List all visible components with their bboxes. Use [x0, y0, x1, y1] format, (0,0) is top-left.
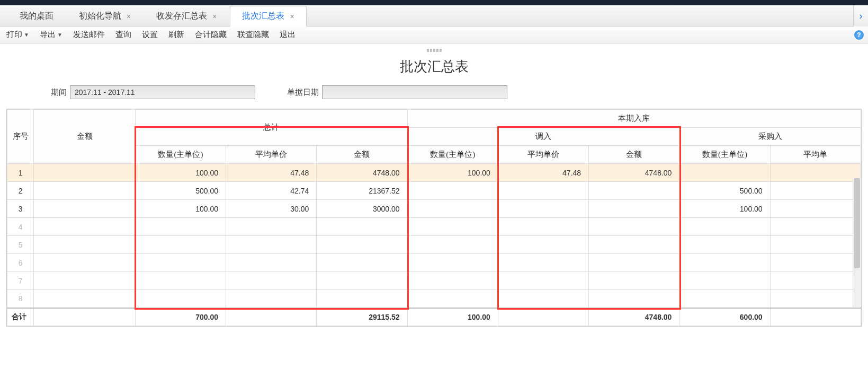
cell-pur-price [770, 218, 861, 236]
footer-total-amt: 29115.52 [317, 308, 407, 326]
vertical-scrollbar[interactable] [853, 178, 861, 307]
cell-in-qty [407, 236, 498, 254]
cell-total-amt: 21367.52 [317, 182, 407, 200]
cell-seq: 3 [7, 200, 34, 218]
tab-batch-summary[interactable]: 批次汇总表 × [230, 6, 306, 27]
cell-in-qty [407, 290, 498, 308]
table-row[interactable]: 4 [7, 218, 861, 236]
cell-pur-qty [679, 254, 770, 272]
cell-seq: 2 [7, 182, 34, 200]
cell-pur-qty [679, 218, 770, 236]
cell-total-qty [135, 254, 226, 272]
exit-button[interactable]: 退出 [280, 30, 296, 40]
cell-pur-price [770, 200, 861, 218]
doc-date-input[interactable] [322, 85, 507, 99]
page-title: 批次汇总表 [0, 52, 868, 85]
cell-total-amt [317, 218, 407, 236]
chevron-down-icon: ▼ [57, 32, 62, 38]
cell-seq: 1 [7, 164, 34, 182]
cell-in-price [498, 236, 588, 254]
cell-total-price [226, 218, 317, 236]
th-qty[interactable]: 数量(主单位) [679, 146, 770, 164]
table-row[interactable]: 5 [7, 236, 861, 254]
cell-pur-price [770, 182, 861, 200]
th-amount0[interactable]: 金额 [34, 110, 135, 164]
doc-date-filter: 单据日期 [287, 85, 507, 99]
cell-amt0 [34, 236, 135, 254]
cell-seq: 4 [7, 218, 34, 236]
period-input[interactable]: 2017.11 - 2017.11 [70, 85, 255, 99]
period-label: 期间 [51, 87, 67, 98]
table-row[interactable]: 3100.0030.003000.00100.00 [7, 200, 861, 218]
cell-pur-price [770, 254, 861, 272]
table-row[interactable]: 2500.0042.7421367.52500.00 [7, 182, 861, 200]
tab-label: 我的桌面 [20, 11, 53, 22]
cell-total-qty: 500.00 [135, 182, 226, 200]
th-price[interactable]: 平均单价 [226, 146, 317, 164]
table-row[interactable]: 6 [7, 254, 861, 272]
query-button[interactable]: 查询 [115, 30, 131, 40]
th-group-purchase-in[interactable]: 采购入 [679, 128, 861, 146]
cell-in-price: 47.48 [498, 164, 588, 182]
cell-in-qty [407, 254, 498, 272]
period-value: 2017.11 - 2017.11 [75, 88, 135, 96]
export-button[interactable]: 导出 ▼ [40, 30, 62, 40]
cell-total-price: 47.48 [226, 164, 317, 182]
th-group-total[interactable]: 总计 [135, 110, 407, 146]
data-table-wrap: 序号 金额 总计 本期入库 调入 采购入 数量(主单位) 平均单价 金额 数量(… [6, 109, 862, 327]
th-price-partial[interactable]: 平均单 [770, 146, 861, 164]
toolbar: 打印 ▼ 导出 ▼ 发送邮件 查询 设置 刷新 合计隐藏 联查隐藏 退出 ? [0, 27, 868, 43]
tab-init-nav[interactable]: 初始化导航 × [67, 6, 143, 26]
cell-pur-qty [679, 236, 770, 254]
cell-pur-qty [679, 290, 770, 308]
cell-in-amt: 4748.00 [589, 164, 679, 182]
tab-inout-summary[interactable]: 收发存汇总表 × [144, 6, 229, 26]
th-qty[interactable]: 数量(主单位) [407, 146, 498, 164]
settings-button[interactable]: 设置 [142, 30, 158, 40]
th-amt[interactable]: 金额 [589, 146, 679, 164]
cell-seq: 7 [7, 272, 34, 290]
cell-in-price [498, 290, 588, 308]
cell-amt0 [34, 272, 135, 290]
cell-pur-qty: 500.00 [679, 182, 770, 200]
th-amt[interactable]: 金额 [317, 146, 407, 164]
cell-total-price: 30.00 [226, 200, 317, 218]
tab-label: 收发存汇总表 [156, 11, 207, 22]
cell-pur-price [770, 272, 861, 290]
cell-in-amt [589, 200, 679, 218]
print-button[interactable]: 打印 ▼ [6, 30, 29, 40]
cell-total-price: 42.74 [226, 182, 317, 200]
period-filter: 期间 2017.11 - 2017.11 [51, 85, 255, 99]
table-row[interactable]: 7 [7, 272, 861, 290]
tab-overflow-arrow[interactable]: › [853, 5, 868, 27]
hide-link-button[interactable]: 联查隐藏 [237, 30, 269, 40]
cell-total-amt [317, 272, 407, 290]
footer-pur-qty: 600.00 [679, 308, 770, 326]
th-seq[interactable]: 序号 [7, 110, 34, 164]
cell-total-price [226, 290, 317, 308]
tab-desktop[interactable]: 我的桌面 [7, 6, 66, 26]
th-price[interactable]: 平均单价 [498, 146, 588, 164]
cell-in-price [498, 218, 588, 236]
th-qty[interactable]: 数量(主单位) [135, 146, 226, 164]
close-icon[interactable]: × [127, 12, 131, 21]
cell-total-qty: 100.00 [135, 164, 226, 182]
th-group-transfer-in[interactable]: 调入 [407, 128, 679, 146]
close-icon[interactable]: × [290, 12, 294, 21]
cell-amt0 [34, 200, 135, 218]
table-row[interactable]: 8 [7, 290, 861, 308]
table-row[interactable]: 1100.0047.484748.00100.0047.484748.00 [7, 164, 861, 182]
cell-amt0 [34, 290, 135, 308]
cell-total-price [226, 272, 317, 290]
close-icon[interactable]: × [212, 12, 217, 21]
cell-pur-price [770, 164, 861, 182]
hide-total-button[interactable]: 合计隐藏 [195, 30, 227, 40]
send-mail-button[interactable]: 发送邮件 [73, 30, 105, 40]
cell-total-qty [135, 236, 226, 254]
refresh-button[interactable]: 刷新 [168, 30, 184, 40]
cell-in-amt [589, 218, 679, 236]
help-icon[interactable]: ? [854, 30, 864, 40]
footer-row: 合计 700.00 29115.52 100.00 4748.00 600.00 [7, 308, 861, 326]
th-group-current-in[interactable]: 本期入库 [407, 110, 861, 128]
cell-in-amt [589, 254, 679, 272]
